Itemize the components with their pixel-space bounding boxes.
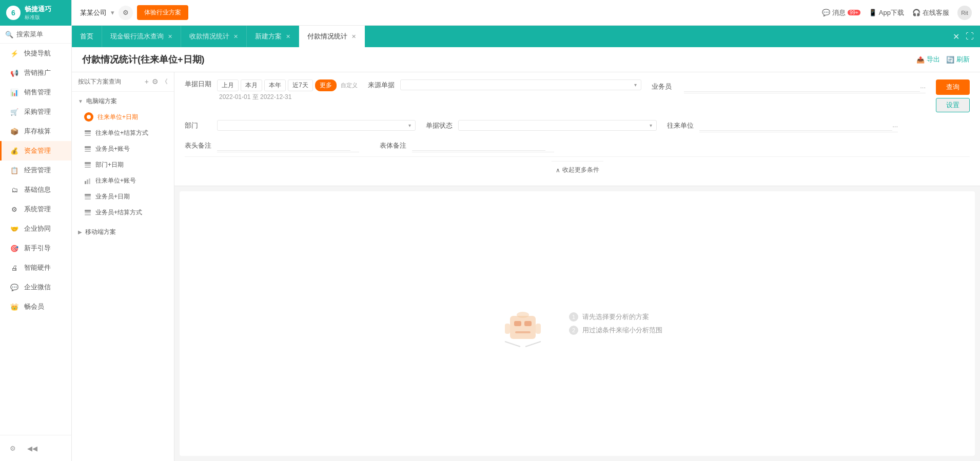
partner-filter-input[interactable] — [699, 118, 892, 131]
hint-item-1: 1 请先选择要分析的方案 — [569, 312, 662, 322]
status-filter-select[interactable]: ▾ — [458, 120, 657, 131]
tab-bank-flow-close-icon[interactable]: ✕ — [168, 33, 172, 40]
sidebar-collapse-button[interactable]: ◀◀ — [25, 440, 40, 456]
quick-nav-icon: ⚡ — [10, 49, 19, 58]
page-title: 付款情况统计(往来单位+日期) — [82, 53, 205, 66]
scheme-item-partner-date[interactable]: 往来单位+日期 — [72, 109, 174, 125]
svg-rect-10 — [87, 179, 88, 184]
sidebar-item-quick-nav[interactable]: ⚡ 快捷导航 — [0, 44, 71, 63]
scheme-group-mobile-arrow: ▶ — [78, 229, 82, 235]
tab-bank-flow[interactable]: 现金银行流水查询 ✕ — [102, 26, 181, 47]
scheme-item-table2-icon — [84, 146, 91, 153]
scheme-item-partner-account[interactable]: 往来单位+账号 — [72, 173, 174, 189]
filter-settings-button[interactable]: 设置 — [936, 98, 970, 112]
collapse-filter-button[interactable]: ∧ 收起更多条件 — [552, 161, 603, 178]
sidebar-item-base-info[interactable]: 🗂 基础信息 — [0, 180, 71, 199]
sidebar-logo: 6 畅捷通巧 标准版 — [0, 0, 71, 26]
scheme-item-dept-date[interactable]: 部门+日期 — [72, 157, 174, 173]
export-button[interactable]: 📤 导出 — [916, 55, 940, 64]
custom-label: 自定义 — [341, 82, 358, 89]
tab-fullscreen-icon[interactable]: ⛶ — [966, 32, 974, 41]
hint-text-1: 请先选择要分析的方案 — [582, 312, 649, 322]
tab-new-scheme-close-icon[interactable]: ✕ — [286, 33, 290, 40]
scheme-item-staff-date[interactable]: 业务员+日期 — [72, 189, 174, 205]
sidebar-item-operations[interactable]: 📋 经营管理 — [0, 161, 71, 180]
wechat-icon: 💬 — [10, 283, 19, 292]
dept-filter-select[interactable]: ▾ — [217, 120, 416, 131]
header-note-label: 表头备注 — [185, 141, 213, 150]
tab-receipt-stat[interactable]: 收款情况统计 ✕ — [181, 26, 247, 47]
scheme-group-desktop: ▼ 电脑端方案 往来单位+日期 往来单位+结算方式 — [72, 92, 174, 223]
sidebar-item-hardware[interactable]: 🖨 智能硬件 — [0, 258, 71, 277]
staff-filter-input[interactable] — [684, 79, 920, 92]
tab-bank-flow-label: 现金银行流水查询 — [110, 32, 164, 41]
svg-rect-9 — [85, 181, 86, 184]
sidebar-item-finance[interactable]: 💰 资金管理 — [0, 141, 71, 161]
company-name: 某某公司 — [80, 8, 107, 17]
base-info-icon: 🗂 — [10, 185, 19, 194]
svg-rect-18 — [510, 316, 536, 339]
scheme-item-partner-settle[interactable]: 往来单位+结算方式 — [72, 125, 174, 141]
sidebar-item-guide[interactable]: 🎯 新手引导 — [0, 238, 71, 258]
scheme-add-button[interactable]: + — [145, 77, 149, 86]
date-btn-last-month[interactable]: 上月 — [217, 79, 239, 91]
logo-text: 畅捷通巧 标准版 — [25, 5, 51, 21]
trial-button[interactable]: 体验行业方案 — [137, 5, 188, 20]
app-download-button[interactable]: 📱 App下载 — [869, 8, 904, 17]
user-avatar[interactable]: Rit — [957, 6, 972, 20]
sidebar-search[interactable]: 🔍 搜索菜单 — [0, 26, 71, 44]
company-dropdown-icon[interactable]: ▾ — [111, 9, 114, 16]
scheme-settings-button[interactable]: ⚙ — [152, 77, 159, 86]
sidebar-item-marketing[interactable]: 📢 营销推广 — [0, 63, 71, 83]
sidebar-item-vip[interactable]: 👑 畅会员 — [0, 297, 71, 316]
scheme-item-staff-settle[interactable]: 业务员+结算方式 — [72, 205, 174, 221]
svg-rect-20 — [524, 321, 532, 326]
sidebar: 6 畅捷通巧 标准版 🔍 搜索菜单 ⚡ 快捷导航 📢 营销推广 📊 销售管理 🛒… — [0, 0, 72, 461]
scheme-group-desktop-title[interactable]: ▼ 电脑端方案 — [72, 94, 174, 109]
svg-rect-11 — [89, 178, 90, 184]
message-button[interactable]: 💬 消息 99+ — [822, 8, 860, 17]
refresh-button[interactable]: 🔄 刷新 — [946, 55, 970, 64]
scheme-item-staff-account[interactable]: 业务员+账号 — [72, 141, 174, 157]
sidebar-item-inventory[interactable]: 📦 库存核算 — [0, 122, 71, 141]
tab-receipt-stat-close-icon[interactable]: ✕ — [233, 33, 238, 40]
svg-rect-4 — [85, 149, 91, 150]
collab-icon: 🤝 — [10, 224, 19, 233]
tab-home[interactable]: 首页 — [72, 26, 102, 47]
source-select-arrow-icon: ▾ — [634, 82, 637, 88]
customer-service-button[interactable]: 🎧 在线客服 — [912, 8, 949, 17]
date-btn-last-7days[interactable]: 近7天 — [288, 79, 313, 91]
tab-close-all-icon[interactable]: ✕ — [953, 32, 959, 42]
date-range-display: 2022-01-01 至 2022-12-31 — [219, 93, 358, 102]
svg-rect-13 — [85, 196, 91, 197]
sidebar-item-purchase[interactable]: 🛒 采购管理 — [0, 102, 71, 122]
svg-rect-6 — [85, 162, 91, 164]
status-select-arrow-icon: ▾ — [650, 123, 652, 128]
header-note-input[interactable] — [217, 138, 350, 151]
tab-new-scheme[interactable]: 新建方案 ✕ — [247, 26, 299, 47]
tab-payment-stat-close-icon[interactable]: ✕ — [351, 33, 356, 40]
query-button[interactable]: 查询 — [936, 79, 970, 95]
scheme-collapse-button[interactable]: 《 — [162, 77, 168, 86]
partner-filter-more-icon[interactable]: ... — [892, 121, 898, 129]
source-filter-select[interactable]: ▾ — [400, 79, 642, 90]
page-header-actions: 📤 导出 🔄 刷新 — [916, 55, 970, 64]
scheme-group-mobile: ▶ 移动端方案 — [72, 223, 174, 242]
body-note-input[interactable] — [412, 138, 545, 151]
sidebar-item-sales[interactable]: 📊 销售管理 — [0, 83, 71, 102]
topbar-settings-button[interactable]: ⚙ — [119, 6, 133, 20]
sidebar-settings-button[interactable]: ⚙ — [5, 440, 21, 456]
date-btn-this-month[interactable]: 本月 — [241, 79, 262, 91]
date-btn-this-year[interactable]: 本年 — [264, 79, 286, 91]
dept-select-arrow-icon: ▾ — [408, 123, 411, 128]
staff-filter-more-icon[interactable]: ... — [920, 82, 926, 90]
sidebar-item-wechat[interactable]: 💬 企业微信 — [0, 277, 71, 297]
sidebar-item-system[interactable]: ⚙ 系统管理 — [0, 199, 71, 219]
tab-payment-stat[interactable]: 付款情况统计 ✕ — [299, 26, 365, 47]
sidebar-item-collab[interactable]: 🤝 企业协同 — [0, 219, 71, 238]
scheme-group-desktop-arrow: ▼ — [78, 98, 83, 104]
date-btn-more[interactable]: 更多 — [315, 79, 337, 91]
svg-rect-14 — [85, 198, 91, 199]
scheme-panel-title: 按以下方案查询 — [78, 77, 121, 86]
scheme-group-mobile-title[interactable]: ▶ 移动端方案 — [72, 225, 174, 239]
